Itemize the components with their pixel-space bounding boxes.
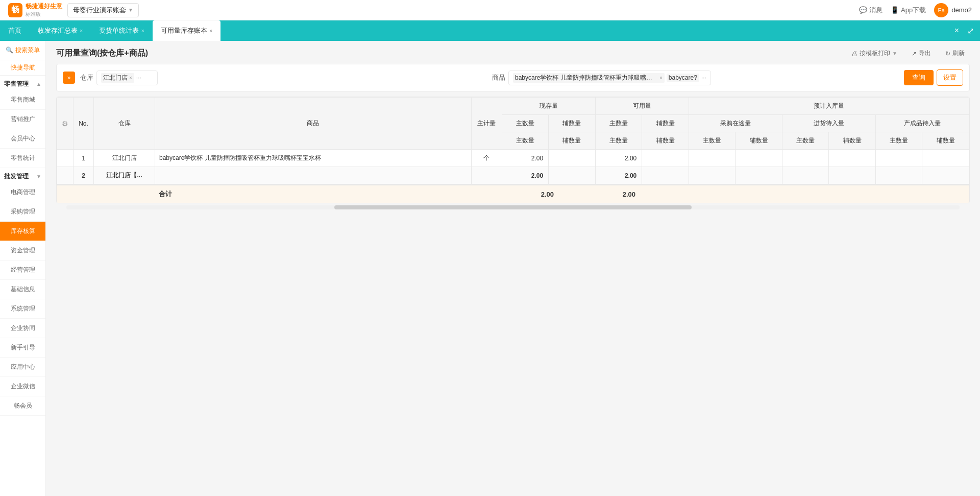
sidebar-item-retail-mall[interactable]: 零售商城 (0, 90, 45, 110)
sidebar-item-retail-stats[interactable]: 零售统计 (0, 149, 45, 168)
tab-home[interactable]: 首页 (0, 20, 30, 41)
logo-icon: 畅 (8, 3, 22, 17)
tab-order-stats-close[interactable]: × (141, 28, 144, 34)
row2-pt-aux (736, 167, 782, 184)
query-button[interactable]: 查询 (904, 70, 934, 85)
warehouse-tag-value: 江北门店 (103, 74, 128, 82)
row1-avail-main: 2.00 (595, 150, 642, 167)
row1-fp-aux (922, 150, 969, 167)
industry-selector[interactable]: 母婴行业演示账套 ▼ (67, 3, 139, 17)
sidebar-finance-label: 资金管理 (11, 246, 35, 255)
sidebar-item-enterprise-wechat[interactable]: 企业微信 (0, 377, 45, 396)
sidebar-item-member-center[interactable]: 会员中心 (0, 129, 45, 149)
close-all-tabs-button[interactable]: × (952, 24, 961, 37)
sidebar-item-enterprise-collab[interactable]: 企业协同 (0, 319, 45, 338)
table-area: ⚙ No. 仓库 商品 主计量 现存量 可用量 预计入库量 主数量 (56, 97, 970, 203)
username[interactable]: demo2 (951, 6, 972, 14)
sidebar-item-inventory-check[interactable]: 库存核算 (0, 222, 45, 241)
sidebar-search[interactable]: 🔍 搜索菜单 (0, 41, 45, 60)
th-main-unit: 主计量 (471, 98, 502, 150)
th-cs-aux: 辅数量 (549, 132, 596, 150)
row1-product: babycare学饮杯 儿童防摔防撞吸管杯重力球吸嘴杯宝宝水杯 (155, 150, 472, 167)
col-settings-button[interactable]: ⚙ (62, 120, 68, 128)
th-stock-aux: 辅数量 (549, 115, 596, 132)
row2-avail-aux (642, 167, 689, 184)
row1-avail-aux (642, 150, 689, 167)
th-pp-aux: 辅数量 (829, 132, 876, 150)
chevron-up-icon: ▲ (36, 81, 41, 87)
sidebar-item-operations-mgmt[interactable]: 经营管理 (0, 261, 45, 280)
sidebar-app-center-label: 应用中心 (11, 363, 35, 371)
th-cs-main: 主数量 (502, 132, 549, 150)
sidebar-item-wholesale-mgmt[interactable]: 批发管理 ▼ (0, 168, 45, 183)
export-label: 导出 (919, 49, 931, 58)
product-tag-1-remove[interactable]: × (659, 75, 663, 81)
export-button[interactable]: ↗ 导出 (906, 47, 936, 60)
tab-receive-summary-close[interactable]: × (80, 28, 83, 34)
footer-avail-main: 2.00 (600, 191, 641, 198)
product-input[interactable]: babycare学饮杯 儿童防摔防撞吸管杯重力球吸嘴杯宝宝水杯 × babyca… (508, 70, 711, 85)
product-filter-label: 商品 (492, 73, 505, 82)
filter-bar: » 仓库 江北门店 × ··· 商品 (56, 64, 970, 91)
message-label: 消息 (869, 6, 883, 15)
settings-button[interactable]: 设置 (937, 69, 963, 86)
logo-subtitle: 标准版 (26, 11, 62, 18)
filter-expand-button[interactable]: » (63, 72, 75, 84)
chevron-down-icon: ▼ (36, 174, 41, 179)
tab-available-stock-label: 可用量库存账本 (161, 26, 207, 35)
app-download-button[interactable]: 📱 App下载 (891, 6, 926, 15)
scroll-track (66, 205, 960, 209)
sidebar-item-purchase-mgmt[interactable]: 采购管理 (0, 202, 45, 222)
print-icon: 🖨 (851, 50, 857, 57)
table-footer: 合计 2.00 2.00 (57, 184, 969, 203)
sidebar-item-retail-mgmt[interactable]: 零售管理 ▲ (0, 76, 45, 90)
sidebar-quick-nav[interactable]: 快捷导航 (0, 60, 45, 76)
th-planned-inbound: 预计入库量 (689, 98, 969, 115)
sidebar-item-marketing[interactable]: 营销推广 (0, 110, 45, 129)
row2-fp-main (875, 167, 922, 184)
sidebar: 🔍 搜索菜单 快捷导航 零售管理 ▲ 零售商城 营销推广 会员中心 零售统计 批… (0, 41, 46, 496)
tab-order-stats[interactable]: 要货单统计表 × (91, 20, 152, 41)
sidebar-item-new-guide[interactable]: 新手引导 (0, 338, 45, 358)
refresh-button[interactable]: ↻ 刷新 (940, 47, 970, 60)
tab-available-stock-close[interactable]: × (209, 28, 212, 34)
app-icon: 📱 (891, 6, 899, 14)
industry-label: 母婴行业演示账套 (73, 6, 126, 15)
warehouse-more-icon[interactable]: ··· (136, 74, 141, 81)
sidebar-item-vip-member[interactable]: 畅会员 (0, 396, 45, 416)
top-bar-left: 畅 畅捷通好生意 标准版 母婴行业演示账套 ▼ (8, 2, 139, 18)
tab-available-stock[interactable]: 可用量库存账本 × (153, 20, 220, 41)
scroll-bar[interactable] (56, 205, 970, 216)
row1-pt-main (689, 150, 736, 167)
nav-tabs: 首页 收发存汇总表 × 要货单统计表 × 可用量库存账本 × × ⤢ (0, 20, 980, 41)
product-more-icon[interactable]: ··· (701, 74, 706, 81)
sidebar-item-basic-info[interactable]: 基础信息 (0, 280, 45, 299)
sidebar-item-finance-mgmt[interactable]: 资金管理 (0, 241, 45, 261)
row2-stock-aux (549, 167, 596, 184)
data-table: ⚙ No. 仓库 商品 主计量 现存量 可用量 预计入库量 主数量 (57, 97, 969, 184)
sidebar-member-label: 会员中心 (11, 134, 35, 143)
tab-receive-summary[interactable]: 收发存汇总表 × (30, 20, 91, 41)
print-label: 按模板打印 (860, 49, 890, 58)
maximize-button[interactable]: ⤢ (965, 24, 976, 38)
warehouse-input[interactable]: 江北门店 × ··· (96, 70, 158, 85)
row2-product (155, 167, 472, 184)
filter-group-product: 商品 babycare学饮杯 儿童防摔防撞吸管杯重力球吸嘴杯宝宝水杯 × bab… (492, 70, 899, 85)
sidebar-item-ecommerce-mgmt[interactable]: 电商管理 (0, 183, 45, 202)
row1-unit: 个 (471, 150, 502, 167)
tab-receive-summary-label: 收发存汇总表 (38, 26, 78, 35)
warehouse-tag-remove[interactable]: × (129, 75, 132, 81)
sidebar-item-system-mgmt[interactable]: 系统管理 (0, 299, 45, 319)
product-tag-2-value: babycare? (669, 74, 697, 81)
chevron-down-icon: ▼ (128, 7, 133, 13)
th-pt-main: 主数量 (689, 132, 736, 150)
sidebar-purchase-label: 采购管理 (11, 207, 35, 216)
top-bar: 畅 畅捷通好生意 标准版 母婴行业演示账套 ▼ 💬 消息 📱 App下载 Ea … (0, 0, 980, 20)
th-pp-main: 主数量 (782, 132, 829, 150)
print-button[interactable]: 🖨 按模板打印 ▼ (846, 47, 902, 60)
sidebar-retail-stats-label: 零售统计 (11, 154, 35, 162)
warehouse-tag: 江北门店 × (101, 73, 134, 83)
sidebar-item-app-center[interactable]: 应用中心 (0, 358, 45, 377)
message-button[interactable]: 💬 消息 (859, 6, 883, 15)
th-ca-main: 主数量 (595, 132, 642, 150)
